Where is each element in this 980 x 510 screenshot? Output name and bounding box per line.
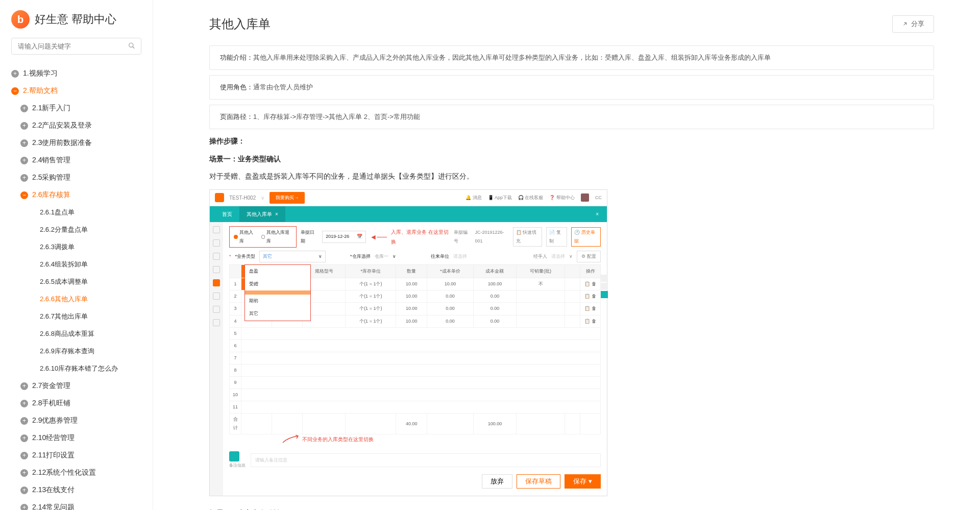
ss-footer-buttons: 放弃 保存草稿 保存▾ [229, 469, 601, 492]
ss-doc-type-toggle[interactable]: 其他入库 其他入库退库 [229, 226, 297, 248]
close-icon[interactable]: × [275, 211, 278, 217]
nav-item[interactable]: 2.3使用前数据准备 [0, 134, 153, 152]
nav-item[interactable]: 2.8手机旺铺 [0, 395, 153, 412]
ss-username: CC [595, 193, 602, 202]
ss-date-input[interactable]: 2019-12-26📅 [322, 231, 365, 242]
ss-topbar: TEST-H002 ∨ 我要购买→ 🔔 消息 📱 App下载 🎧 在线客服 ❓ … [210, 190, 607, 206]
ss-nav-icon[interactable] [213, 306, 220, 313]
nav-sub-item[interactable]: 2.6.4组装拆卸单 [0, 256, 153, 273]
table-row[interactable]: 7 [230, 352, 601, 364]
table-row[interactable]: 8 [230, 364, 601, 376]
ss-nav-icon[interactable] [213, 239, 220, 247]
table-row[interactable]: 6 [230, 339, 601, 352]
ss-msg-link[interactable]: 🔔 消息 [465, 193, 482, 202]
table-row[interactable]: 11 [230, 401, 601, 414]
ss-tab-close-all[interactable]: × [593, 209, 602, 219]
nav-item[interactable]: 2.7资金管理 [0, 377, 153, 395]
ss-discard-button[interactable]: 放弃 [482, 474, 512, 489]
ss-tab-home[interactable]: 首页 [215, 206, 239, 222]
nav-sub-item[interactable]: 2.6.10库存账本错了怎么办 [0, 360, 153, 377]
ss-tool-icon[interactable] [601, 275, 608, 282]
nav-item[interactable]: 2.5采购管理 [0, 169, 153, 186]
ss-quickfill-button[interactable]: 📋 快速填充 [513, 227, 543, 247]
path-box: 页面路径：1、库存核算->库存管理->其他入库单 2、首页->常用功能 [209, 105, 934, 129]
plus-icon [20, 452, 28, 459]
page-header: 其他入库单 分享 [209, 15, 934, 33]
search-icon[interactable] [128, 42, 135, 51]
ss-logo-icon [215, 193, 224, 202]
plus-icon [20, 174, 28, 182]
embedded-screenshot: TEST-H002 ∨ 我要购买→ 🔔 消息 📱 App下载 🎧 在线客服 ❓ … [209, 189, 607, 496]
nav-item[interactable]: 2.4销售管理 [0, 152, 153, 169]
ss-tabs: 首页 其他入库单× × [210, 206, 607, 222]
ss-remark-input[interactable]: 请输入备注信息 [251, 453, 601, 467]
plus-icon [20, 400, 28, 407]
ss-tool-icon[interactable] [601, 283, 608, 290]
plus-icon [20, 139, 28, 147]
nav-sub-item[interactable]: 2.6.9库存账本查询 [0, 343, 153, 360]
ss-nav-icon[interactable] [213, 266, 220, 273]
logo-icon: b [11, 10, 30, 29]
nav-sub-item[interactable]: 2.6.5成本调整单 [0, 273, 153, 290]
nav-item[interactable]: 2.10经营管理 [0, 429, 153, 447]
nav-item[interactable]: 2.14常见问题 [0, 499, 153, 510]
ss-service-link[interactable]: 🎧 在线客服 [518, 193, 544, 202]
ss-biztype-select[interactable]: 其它∨ [259, 251, 326, 262]
nav-sub-item[interactable]: 2.6.1盘点单 [0, 204, 153, 221]
nav-item[interactable]: 2.9优惠券管理 [0, 412, 153, 429]
table-row[interactable]: 5 [230, 327, 601, 339]
ss-nav-icon[interactable] [213, 253, 220, 260]
ss-app-link[interactable]: 📱 App下载 [488, 193, 512, 202]
nav-item[interactable]: 2.13在线支付 [0, 481, 153, 499]
ss-history-button[interactable]: 🕐 历史单据 [571, 227, 601, 247]
ss-tab-active[interactable]: 其他入库单× [239, 206, 285, 222]
ss-biztype-dropdown[interactable]: 盘盈 受赠 期初 其它 [244, 264, 311, 321]
dropdown-item[interactable]: 受赠 [245, 278, 310, 290]
nav-item[interactable]: 2.1新手入门 [0, 100, 153, 117]
share-icon [902, 21, 908, 27]
nav-inventory[interactable]: 2.6库存核算 [0, 186, 153, 204]
ss-save-button[interactable]: 保存▾ [565, 474, 601, 489]
nav-item[interactable]: 2.11打印设置 [0, 447, 153, 464]
ss-nav-icon[interactable] [213, 293, 220, 300]
table-row[interactable]: 10 [230, 389, 601, 401]
ss-avatar-icon[interactable] [581, 193, 589, 202]
ss-date-label: 单据日期 [301, 228, 318, 246]
ss-nav-icon[interactable] [213, 319, 220, 326]
search-input[interactable] [11, 38, 141, 55]
nav-sub-item[interactable]: 2.6.8商品成本重算 [0, 325, 153, 343]
radio-off-icon [261, 235, 265, 239]
nav-sub-item[interactable]: 2.6.2分量盘点单 [0, 221, 153, 238]
ss-tool-icon[interactable] [601, 291, 608, 298]
chevron-down-icon: ∨ [318, 252, 322, 261]
table-row[interactable]: 9 [230, 377, 601, 389]
nav-sub-item-current[interactable]: 2.6.6其他入库单 [0, 290, 153, 308]
nav-help-docs[interactable]: 2.帮助文档 [0, 82, 153, 100]
nav-tree: 1.视频学习 2.帮助文档 2.1新手入门 2.2产品安装及登录 2.3使用前数… [0, 62, 153, 510]
nav-sub-item[interactable]: 2.6.7其他出库单 [0, 308, 153, 325]
nav-item[interactable]: 2.12系统个性化设置 [0, 464, 153, 481]
ss-buy-button[interactable]: 我要购买→ [270, 192, 305, 204]
dropdown-item[interactable]: 期初 [245, 295, 310, 307]
ss-nav-icon-active[interactable] [213, 279, 220, 286]
plus-icon [20, 157, 28, 164]
nav-video[interactable]: 1.视频学习 [0, 65, 153, 82]
ss-draft-button[interactable]: 保存草稿 [517, 474, 560, 489]
dropdown-item[interactable]: 其它 [245, 307, 310, 320]
minus-icon [20, 191, 28, 199]
dropdown-item[interactable] [245, 290, 310, 295]
nav-item[interactable]: 2.2产品安装及登录 [0, 117, 153, 134]
search-box [11, 38, 141, 55]
ss-nav-icon[interactable] [213, 226, 220, 233]
ss-remark-area: 备注信息 请输入备注信息 [229, 451, 601, 469]
arrow-icon [280, 435, 301, 445]
steps-title: 操作步骤： [209, 134, 934, 148]
ss-copy-button[interactable]: 📄 复制 [546, 227, 567, 247]
svg-point-0 [129, 43, 133, 47]
nav-sub-item[interactable]: 2.6.3调拨单 [0, 238, 153, 256]
dropdown-item[interactable]: 盘盈 [245, 265, 310, 278]
share-button[interactable]: 分享 [892, 15, 934, 33]
ss-config-button[interactable]: ⚙ 配置 [577, 251, 601, 262]
main-content: 其他入库单 分享 功能介绍：其他入库单用来处理除采购入库、产成品入库之外的其他入… [153, 0, 980, 510]
ss-help-link[interactable]: ❓ 帮助中心 [549, 193, 575, 202]
